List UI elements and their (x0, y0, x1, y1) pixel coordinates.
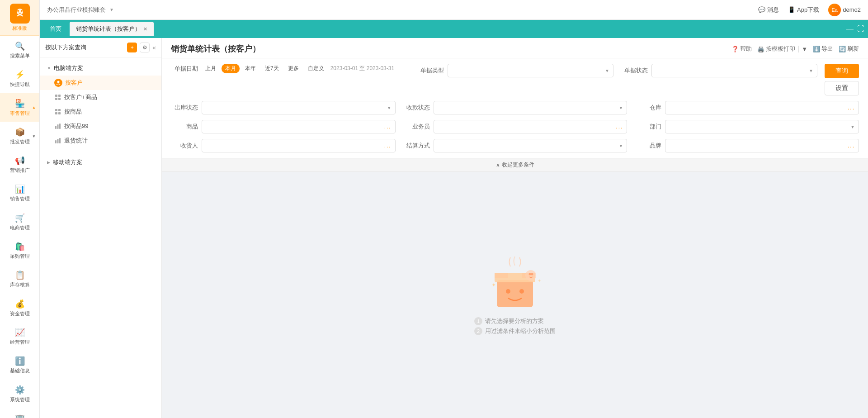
tree-section-pc-header[interactable]: ▼ 电脑端方案 (40, 61, 161, 76)
shortcut-custom[interactable]: 自定义 (304, 64, 328, 73)
customer-icon (54, 79, 62, 87)
shortcut-this-month[interactable]: 本月 (222, 64, 240, 73)
svg-text:✦: ✦ (538, 278, 541, 283)
tree-section-mobile-header[interactable]: ▶ 移动端方案 (40, 155, 161, 170)
tree-item-by-goods[interactable]: 按商品 (40, 104, 161, 119)
refund-stat-icon (54, 137, 61, 144)
retail-label: 零售管理 (10, 110, 30, 116)
sidebar-search[interactable]: 🔍 搜索菜单 (0, 36, 39, 64)
svg-point-23 (529, 273, 531, 276)
svg-rect-5 (58, 95, 61, 97)
salesperson-input[interactable]: ... (434, 120, 627, 133)
consignee-label: 收货人 (171, 142, 198, 150)
content-area: 按以下方案查询 + ⚙ « ▼ 电脑端方案 (40, 38, 868, 418)
sidebar-item-operations[interactable]: 📈 经营管理 (0, 322, 39, 351)
refresh-btn[interactable]: 🔄 刷新 (839, 45, 859, 53)
add-scheme-btn[interactable]: + (127, 43, 137, 52)
top-header: 办公用品行业模拟账套 ▼ 💬 消息 📱 App下载 Ea demo2 (40, 0, 868, 20)
order-type-select[interactable]: ▼ (448, 64, 613, 77)
collapse-panel-btn[interactable]: « (152, 44, 156, 51)
goods-icon (54, 108, 61, 115)
shortcut-this-year[interactable]: 本年 (241, 64, 259, 73)
sidebar-item-marketing[interactable]: 📢 营销推广 (0, 150, 39, 179)
sidebar-item-sales[interactable]: 📊 销售管理 (0, 179, 39, 207)
user-action[interactable]: Ea demo2 (828, 4, 861, 16)
logo-icon[interactable] (10, 4, 30, 24)
receive-status-chevron: ▼ (618, 105, 623, 110)
shortcut-last-month[interactable]: 上月 (202, 64, 220, 73)
svg-rect-11 (58, 112, 61, 114)
sidebar-item-system[interactable]: ⚙️ 系统管理 (0, 380, 39, 408)
svg-point-1 (17, 10, 19, 12)
out-status-select[interactable]: ▼ (202, 101, 396, 114)
query-button[interactable]: 查询 (825, 64, 859, 78)
help-link[interactable]: ❓ 帮助 (731, 45, 752, 53)
template-print-btn[interactable]: 🖨️ 按模板打印 ▼ (757, 45, 807, 53)
sidebar-item-purchase[interactable]: 🛍️ 采购管理 (0, 236, 39, 265)
dept-select[interactable]: ▼ (665, 120, 859, 133)
tab-sales-stat[interactable]: 销货单统计表（按客户） ✕ (70, 22, 154, 36)
sidebar-item-retail[interactable]: 🏪 零售管理 (0, 93, 39, 122)
settlement-select[interactable]: ▼ (434, 139, 627, 152)
tree-item-by-goods-label: 按商品 (64, 108, 82, 116)
order-status-chevron: ▼ (809, 68, 813, 73)
window-maximize-btn[interactable]: ⛶ (857, 25, 864, 33)
sidebar-nav: 🔍 搜索菜单 ⚡ 快捷导航 🏪 零售管理 📦 批发管理 📢 营销推广 📊 销售管… (0, 36, 39, 418)
tree-arrow-right: ▶ (47, 160, 50, 165)
svg-rect-17 (59, 138, 61, 143)
settings-button[interactable]: 设置 (825, 81, 859, 95)
tab-home-label: 首页 (50, 25, 61, 33)
app-download-action[interactable]: 📱 App下载 (788, 6, 819, 14)
hint-num-1: 1 (474, 317, 482, 325)
warehouse-input[interactable]: ... (665, 101, 859, 114)
goods-input[interactable]: ... (202, 120, 396, 133)
settlement-chevron: ▼ (618, 143, 623, 148)
svg-rect-6 (55, 98, 57, 100)
goods-dots: ... (384, 124, 392, 130)
order-type-chevron: ▼ (605, 68, 609, 73)
sidebar-item-wholesale[interactable]: 📦 批发管理 (0, 122, 39, 150)
tree-section-pc-label: 电脑端方案 (54, 64, 83, 72)
tree-item-refund-stat-label: 退货统计 (64, 137, 88, 145)
collapse-bar[interactable]: ∧ 收起更多条件 (162, 158, 868, 172)
order-type-label: 单据类型 (417, 66, 444, 75)
logo-label: 标准版 (12, 25, 27, 32)
system-icon: ⚙️ (15, 385, 25, 395)
collapse-label: 收起更多条件 (502, 161, 534, 169)
consignee-input[interactable]: ... (202, 139, 396, 152)
tree-item-by-customer[interactable]: 按客户 (40, 76, 161, 90)
settings-scheme-btn[interactable]: ⚙ (140, 43, 150, 52)
brand-input[interactable]: ... (665, 139, 859, 152)
top-header-dropdown-btn[interactable]: ▼ (109, 7, 114, 12)
shortcut-7days[interactable]: 近7天 (261, 64, 283, 73)
ecommerce-label: 电商管理 (10, 224, 30, 231)
export-btn[interactable]: ⬇️ 导出 (813, 45, 833, 53)
brand-label: 品牌 (634, 142, 661, 150)
message-action[interactable]: 💬 消息 (758, 6, 779, 14)
page-header-row: 销货单统计表（按客户） ❓ 帮助 🖨️ 按模板打印 ▼ ⬇️ (171, 43, 859, 54)
tab-home[interactable]: 首页 (43, 22, 68, 36)
tree-item-by-goods-99[interactable]: 按商品99 (40, 119, 161, 133)
sidebar-item-inventory[interactable]: 📋 库存核算 (0, 265, 39, 293)
order-status-select[interactable]: ▼ (651, 64, 817, 77)
tab-close-btn[interactable]: ✕ (143, 26, 147, 32)
dept-label: 部门 (634, 123, 661, 131)
sidebar-quicknav[interactable]: ⚡ 快捷导航 (0, 64, 39, 93)
shortcut-more[interactable]: 更多 (284, 64, 302, 73)
inventory-label: 库存核算 (10, 281, 30, 288)
date-filter-group: 上月 本月 本年 近7天 更多 自定义 2023-03-01 至 2023-03… (202, 64, 394, 73)
receive-status-select[interactable]: ▼ (434, 101, 627, 114)
system-label: 系统管理 (10, 396, 30, 403)
out-status-chevron: ▼ (387, 105, 392, 110)
svg-rect-18 (497, 280, 533, 307)
tree-item-by-customer-goods[interactable]: 按客户+商品 (40, 90, 161, 104)
sidebar-item-enterprise[interactable]: 🏢 企业协同 (0, 408, 39, 418)
sidebar-item-basic[interactable]: ℹ️ 基础信息 (0, 351, 39, 379)
tab-bar: 首页 销货单统计表（按客户） ✕ — ⛶ (40, 20, 868, 38)
tree-item-refund-stat[interactable]: 退货统计 (40, 133, 161, 148)
sidebar-item-finance[interactable]: 💰 资金管理 (0, 294, 39, 322)
svg-rect-15 (55, 140, 57, 143)
sidebar-item-ecommerce[interactable]: 🛒 电商管理 (0, 208, 39, 236)
tree-item-by-customer-goods-label: 按客户+商品 (64, 93, 97, 101)
window-minimize-btn[interactable]: — (846, 25, 854, 33)
